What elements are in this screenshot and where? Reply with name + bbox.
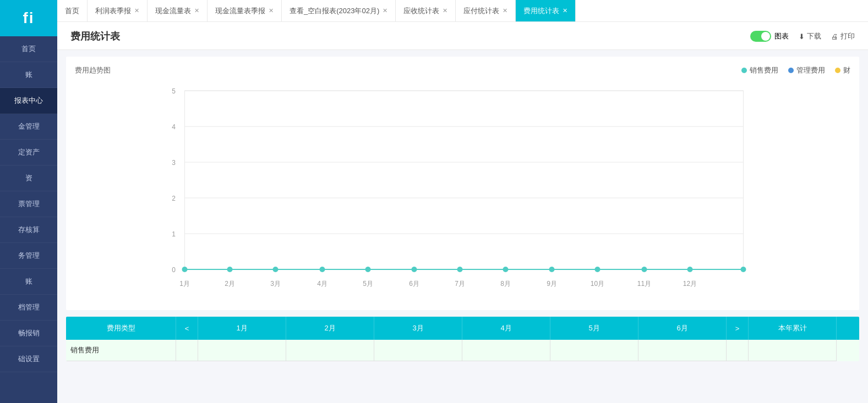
print-icon: 🖨 [831,32,838,41]
tab-cashflow-q[interactable]: 现金流量表季报 ✕ [208,0,282,21]
legend-item-sales: 销售费用 [741,65,778,75]
svg-text:4: 4 [172,123,176,131]
th-prev-btn[interactable]: < [176,317,198,340]
svg-text:6月: 6月 [409,280,419,288]
td-sales-ytd [749,340,837,361]
close-tab-profit[interactable]: ✕ [134,7,139,14]
svg-point-22 [595,267,600,272]
svg-point-16 [320,267,325,272]
svg-text:1: 1 [172,230,176,238]
th-ytd: 本年累计 [749,317,837,340]
svg-text:11月: 11月 [637,280,651,288]
sidebar-item-ledger[interactable]: 账 [0,269,57,295]
tab-receivable[interactable]: 应收统计表 ✕ [396,0,456,21]
svg-text:10月: 10月 [591,280,604,288]
td-sales-m1 [198,340,286,361]
svg-text:7月: 7月 [455,280,465,288]
td-sales-m3 [374,340,462,361]
sidebar-item-archive[interactable]: 档管理 [0,295,57,321]
close-tab-cashflow-q[interactable]: ✕ [269,7,274,14]
tab-profit[interactable]: 利润表季报 ✕ [88,0,148,21]
sidebar-logo: fi [0,0,57,36]
legend-dot-admin [788,68,794,73]
sidebar-item-storage[interactable]: 存核算 [0,217,57,243]
chart-toggle[interactable] [750,31,771,42]
page-title: 费用统计表 [70,30,120,43]
sidebar-item-service[interactable]: 务管理 [0,243,57,269]
sidebar: fi 首页 账 报表中心 金管理 定资产 资 票管理 存核算 务管理 账 档管理… [0,0,57,403]
svg-point-19 [457,267,463,272]
tab-blank[interactable]: 查看_空白报表(2023年02月) ✕ [282,0,396,21]
header-actions: 图表 ⬇ 下载 🖨 打印 [750,31,855,42]
chart-legend: 销售费用 管理费用 财 [741,65,850,75]
th-month-1: 1月 [198,317,286,340]
td-sales-next [727,340,749,361]
sidebar-item-ticket[interactable]: 票管理 [0,191,57,217]
download-icon: ⬇ [799,32,805,41]
trend-chart: 5 4 3 2 1 0 [75,80,850,300]
tabs-bar: 首页 利润表季报 ✕ 现金流量表 ✕ 现金流量表季报 ✕ 查看_空白报表(202… [57,0,868,22]
th-expense-type: 费用类型 [66,317,176,340]
th-month-5: 5月 [550,317,638,340]
close-tab-blank[interactable]: ✕ [383,7,387,14]
td-sales-m4 [462,340,550,361]
th-month-2: 2月 [286,317,374,340]
svg-point-23 [642,267,647,272]
print-button[interactable]: 🖨 打印 [831,31,855,41]
legend-item-admin: 管理费用 [788,65,825,75]
tab-cashflow[interactable]: 现金流量表 ✕ [148,0,208,21]
close-tab-cashflow[interactable]: ✕ [194,7,199,14]
page-header: 费用统计表 图表 ⬇ 下载 🖨 打印 [57,22,868,50]
legend-dot-finance [835,68,840,73]
close-tab-receivable[interactable]: ✕ [443,7,447,14]
download-button[interactable]: ⬇ 下载 [799,31,821,41]
th-month-4: 4月 [462,317,550,340]
svg-text:8月: 8月 [500,280,511,288]
svg-rect-12 [185,91,744,269]
sidebar-item-sale[interactable]: 畅报销 [0,321,57,346]
tab-payable[interactable]: 应付统计表 ✕ [456,0,516,21]
svg-point-14 [227,267,233,272]
sidebar-item-fund[interactable]: 金管理 [0,114,57,140]
td-sales-m6 [638,340,727,361]
sidebar-item-settings[interactable]: 础设置 [0,346,57,372]
close-tab-expense[interactable]: ✕ [563,7,567,14]
svg-text:12月: 12月 [683,280,697,288]
sidebar-item-home[interactable]: 首页 [0,36,57,62]
td-label-sales: 销售费用 [66,340,176,361]
svg-text:5: 5 [172,87,176,95]
main-area: 首页 利润表季报 ✕ 现金流量表 ✕ 现金流量表季报 ✕ 查看_空白报表(202… [57,0,868,403]
svg-point-18 [412,267,417,272]
svg-text:3月: 3月 [270,280,281,288]
sidebar-item-report[interactable]: 报表中心 [0,88,57,114]
td-sales-m5 [550,340,638,361]
svg-point-24 [687,267,693,272]
close-tab-payable[interactable]: ✕ [503,7,507,14]
svg-text:5月: 5月 [363,280,373,288]
svg-text:9月: 9月 [547,280,557,288]
table-header: 费用类型 < 1月 2月 3月 4月 5月 6月 > 本年累计 [66,317,859,340]
tab-home[interactable]: 首页 [57,0,88,21]
svg-text:2月: 2月 [225,280,235,288]
svg-point-13 [182,267,188,272]
tab-expense[interactable]: 费用统计表 ✕ [516,0,576,21]
svg-text:4月: 4月 [317,280,327,288]
th-month-6: 6月 [638,317,727,340]
svg-text:0: 0 [172,266,176,274]
svg-point-21 [549,267,555,272]
th-next-btn[interactable]: > [727,317,749,340]
chart-toggle-wrap[interactable]: 图表 [750,31,789,42]
legend-item-finance: 财 [835,65,850,75]
legend-dot-sales [741,68,747,73]
table-row-sales: 销售费用 [66,340,859,361]
svg-text:1月: 1月 [179,280,190,288]
sidebar-item-assets[interactable]: 定资产 [0,140,57,165]
svg-point-25 [741,267,746,272]
sidebar-item-invest[interactable]: 资 [0,165,57,191]
svg-point-15 [273,267,279,272]
chart-container: 5 4 3 2 1 0 [75,80,850,301]
svg-text:3: 3 [172,159,176,167]
chart-title: 费用趋势图 [75,65,111,75]
sidebar-item-account[interactable]: 账 [0,62,57,88]
table-section: 费用类型 < 1月 2月 3月 4月 5月 6月 > 本年累计 销售费用 [66,317,859,361]
